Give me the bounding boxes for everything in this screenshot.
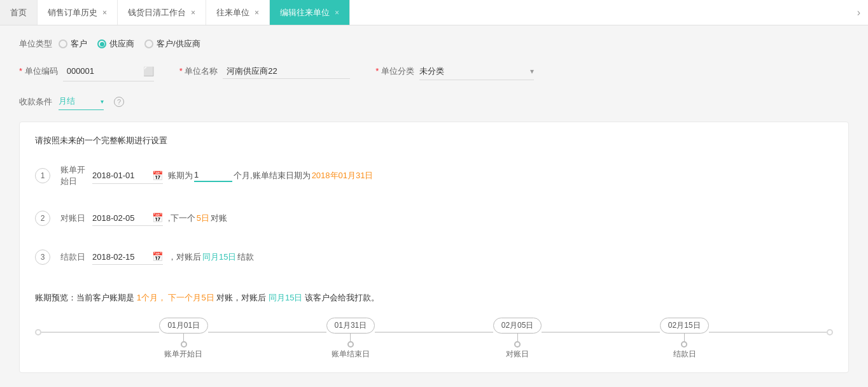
period-desc-3: ，对账后 同月15日 结款: [168, 251, 254, 263]
radio-both[interactable]: 客户/供应商: [144, 38, 200, 50]
tab-sales-history[interactable]: 销售订单历史 ×: [38, 0, 118, 25]
payment-condition-row: 收款条件 月结 ▾ ?: [19, 93, 849, 110]
tab-home[interactable]: 首页: [0, 0, 38, 25]
period-cal-3-icon[interactable]: 📅: [152, 251, 163, 262]
timeline-segment-5: [709, 332, 827, 333]
timeline-dot-2: [347, 341, 354, 348]
tab-cash-reconcile[interactable]: 钱货日清工作台 ×: [118, 0, 206, 25]
tab-cash-reconcile-close[interactable]: ×: [191, 8, 195, 17]
timeline-badge-1: 01月01日: [159, 318, 208, 334]
timeline-segment-3: [375, 332, 493, 333]
preview-text: 账期预览：当前客户账期是 1个月， 下一个月5日 对账，对账后 同月15日 该客…: [35, 292, 833, 305]
tabs-more-button[interactable]: ›: [850, 7, 868, 18]
period-label-1: 账单开始日: [60, 164, 92, 187]
timeline-node-1: 01月01日: [159, 318, 208, 348]
payment-condition-select[interactable]: 月结 ▾: [59, 93, 104, 110]
period-row-2: 2 对账日 📅 ,下一个 5日 对账: [35, 205, 833, 231]
unit-category-value: 未分类: [419, 66, 528, 77]
timeline-node-3: 02月05日: [493, 318, 542, 348]
radio-customer-circle: [59, 39, 67, 48]
unit-name-input[interactable]: [223, 64, 350, 79]
radio-supplier-label: 供应商: [109, 38, 134, 50]
timeline-down-2: [350, 334, 351, 341]
unit-code-input-wrap: ⬜: [63, 61, 154, 81]
period-months-field[interactable]: [194, 170, 232, 182]
unit-name-group: 单位名称: [179, 64, 351, 79]
period-card: 请按照未来的一个完整帐期进行设置 1 账单开始日 📅 账期为 个月,账单结束日期…: [19, 122, 849, 373]
unit-name-label: 单位名称: [179, 66, 218, 77]
preview-part4: 同月15日: [269, 293, 302, 302]
tab-partner-units-label: 往来单位: [216, 7, 249, 18]
period-months-input: [194, 170, 232, 182]
period-num-2: 2: [35, 211, 50, 226]
timeline-segment-2: [208, 332, 326, 333]
timeline-label-4: 结款日: [659, 349, 710, 360]
unit-code-label: 单位编码: [19, 66, 58, 77]
payment-condition-arrow-icon: ▾: [101, 98, 104, 105]
period-num-3: 3: [35, 250, 50, 265]
payment-condition-help-icon[interactable]: ?: [114, 97, 124, 107]
timeline-badge-4: 02月15日: [660, 318, 709, 334]
timeline-down-1: [183, 334, 184, 341]
period-date-1-wrap: 📅: [92, 168, 163, 184]
timeline-labels-row: 账单开始日 账单结束日 对账日 结款日: [35, 349, 833, 360]
timeline-segment-1: [41, 332, 159, 333]
payment-condition-label: 收款条件: [19, 96, 52, 108]
timeline-start-dot: [35, 329, 41, 335]
tab-edit-partner[interactable]: 编辑往来单位 ×: [270, 0, 350, 25]
timeline-down-3: [517, 334, 518, 341]
period-row-3: 3 结款日 📅 ，对账后 同月15日 结款: [35, 244, 833, 270]
period-date-1-input[interactable]: [92, 171, 150, 180]
timeline-container: 01月01日 01月31日: [35, 318, 833, 360]
timeline-badge-2: 01月31日: [326, 318, 375, 334]
period-date-3-input[interactable]: [92, 252, 150, 262]
tab-cash-reconcile-label: 钱货日清工作台: [128, 7, 186, 18]
timeline-label-3: 对账日: [492, 349, 543, 360]
radio-customer[interactable]: 客户: [59, 38, 87, 50]
period-date-3-wrap: 📅: [92, 249, 163, 265]
unit-type-row: 单位类型 客户 供应商 客户/供应商: [19, 38, 849, 50]
unit-category-label: 单位分类: [375, 66, 414, 77]
period-card-title: 请按照未来的一个完整帐期进行设置: [35, 135, 833, 146]
tab-home-label: 首页: [10, 7, 27, 18]
timeline-dot-4: [681, 341, 687, 348]
unit-type-radio-group: 客户 供应商 客户/供应商: [59, 38, 200, 50]
unit-code-copy-icon[interactable]: ⬜: [143, 66, 154, 76]
unit-category-select[interactable]: 未分类 ▾: [419, 63, 534, 80]
timeline-label-2: 账单结束日: [325, 349, 376, 360]
timeline-node-4: 02月15日: [660, 318, 709, 348]
period-cal-2-icon[interactable]: 📅: [152, 213, 163, 223]
period-row-1: 1 账单开始日 📅 账期为 个月,账单结束日期为 2018年01月31日: [35, 159, 833, 192]
unit-info-row: 单位编码 ⬜ 单位名称 单位分类 未分类 ▾: [19, 61, 849, 81]
main-content: 单位类型 客户 供应商 客户/供应商 单位编码 ⬜ 单位名: [0, 25, 868, 387]
tab-partner-units-close[interactable]: ×: [255, 8, 259, 17]
period-label-3: 结款日: [60, 251, 92, 263]
timeline-badge-3: 02月05日: [493, 318, 542, 334]
tab-partner-units[interactable]: 往来单位 ×: [206, 0, 270, 25]
timeline-dot-1: [181, 341, 187, 348]
unit-code-input[interactable]: [63, 64, 139, 78]
payment-condition-value: 月结: [59, 95, 97, 107]
period-cal-1-icon[interactable]: 📅: [152, 171, 163, 181]
period-desc-2: ,下一个 5日 对账: [168, 213, 227, 224]
period-label-2: 对账日: [60, 213, 92, 224]
period-date-2-wrap: 📅: [92, 210, 163, 226]
radio-supplier[interactable]: 供应商: [97, 38, 134, 50]
period-end-date-1: 2018年01月31日: [312, 170, 374, 181]
unit-code-group: 单位编码 ⬜: [19, 61, 154, 81]
timeline-node-2: 01月31日: [326, 318, 375, 348]
tab-edit-partner-close[interactable]: ×: [335, 8, 339, 17]
timeline-dot-3: [514, 341, 521, 348]
radio-supplier-circle: [97, 39, 106, 48]
period-highlight-3: 同月15日: [202, 251, 236, 263]
period-num-1: 1: [35, 168, 50, 183]
unit-type-label: 单位类型: [19, 38, 52, 50]
period-date-2-input[interactable]: [92, 213, 150, 223]
preview-section: 账期预览：当前客户账期是 1个月， 下一个月5日 对账，对账后 同月15日 该客…: [35, 283, 833, 360]
period-desc-1: 账期为 个月,账单结束日期为 2018年01月31日: [168, 170, 373, 182]
preview-part1: 1个月，: [137, 293, 166, 302]
tab-sales-history-close[interactable]: ×: [102, 8, 107, 17]
timeline-end-dot: [827, 329, 833, 335]
radio-both-label: 客户/供应商: [157, 38, 200, 50]
timeline-label-1: 账单开始日: [158, 349, 209, 360]
